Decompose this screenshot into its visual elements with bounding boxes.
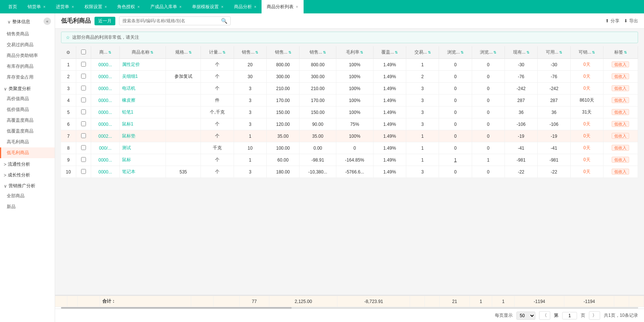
sidebar-section-liquidity[interactable]: > 流通性分析 [0,158,55,169]
sidebar-item-capital-occupation[interactable]: 库存资金占用 [0,72,55,83]
close-icon[interactable]: × [221,4,223,9]
page-size-select[interactable]: 50 100 200 [516,312,535,320]
sidebar-item-new-goods[interactable]: 新品 [0,201,55,212]
col-code[interactable]: 商...⇅ [91,46,119,59]
sidebar-item-high-margin[interactable]: 高毛利商品 [0,137,55,147]
row-checkbox[interactable] [76,166,91,178]
close-icon[interactable]: × [71,4,74,9]
row-code[interactable]: 0002... [91,130,119,142]
row-code[interactable]: 0000... [91,59,119,71]
close-icon[interactable]: × [105,4,107,9]
search-icon[interactable]: 🔍 [221,18,227,24]
close-icon[interactable]: × [296,4,298,9]
col-available[interactable]: 可用...⇅ [538,46,570,59]
row-select-checkbox[interactable] [81,74,86,79]
row-code[interactable]: 0000... [91,71,119,83]
close-icon[interactable]: × [137,4,140,9]
sidebar-item-traded-goods[interactable]: 交易过的商品 [0,39,55,50]
sidebar-section-overall[interactable]: ∨ 整体信息 [4,16,44,26]
col-trade-count[interactable]: 交易...⇅ [406,46,439,59]
col-tag[interactable]: 标签⇅ [603,46,638,59]
row-name[interactable]: 鼠标 [119,154,166,166]
close-icon[interactable]: × [254,4,256,9]
sidebar-item-high-coverage[interactable]: 高覆盖度商品 [0,115,55,126]
col-coverage[interactable]: 覆盖...⇅ [373,46,406,59]
col-sales-qty[interactable]: 销售...⇅ [234,46,266,59]
col-sellable-days[interactable]: 可销...⇅ [570,46,603,59]
share-button[interactable]: ⬆ 分享 [605,18,619,24]
sidebar-collapse-button[interactable]: « [44,17,51,25]
row-name[interactable]: 测试 [119,142,166,154]
nav-sales-order[interactable]: 销货单 × [22,0,51,13]
sidebar-section-marketing[interactable]: ∨ 营销推广分析 [0,180,55,191]
row-name[interactable]: 鼠标1 [119,118,166,130]
row-select-checkbox[interactable] [81,145,86,150]
period-button[interactable]: 近一月 [94,17,115,25]
row-name[interactable]: 吴细细1 [119,71,166,83]
row-checkbox[interactable] [76,130,91,142]
row-checkbox[interactable] [76,59,91,71]
sidebar-section-growth[interactable]: > 成长性分析 [0,169,55,180]
row-name[interactable]: 铅笔1 [119,106,166,118]
row-name[interactable]: 电话机 [119,83,166,95]
row-select-checkbox[interactable] [81,98,86,102]
row-select-checkbox[interactable] [81,133,86,138]
sidebar-section-cluster[interactable]: ∨ 类聚度分析 [0,83,55,93]
search-input[interactable] [122,18,221,23]
settings-header[interactable]: ⚙ [61,46,76,59]
sidebar-item-low-value[interactable]: 低价值商品 [0,104,55,115]
col-unit[interactable]: 计量...⇅ [201,46,234,59]
nav-role-auth[interactable]: 角色授权 × [112,0,145,13]
sidebar-item-all-goods[interactable]: 全部商品 [0,191,55,201]
close-icon[interactable]: × [179,4,182,9]
col-name[interactable]: 商品名称⇅ [119,46,166,59]
next-page-button[interactable]: 〉 [589,311,600,320]
row-name[interactable]: 笔记本 [119,166,166,178]
row-checkbox[interactable] [76,118,91,130]
page-number-input[interactable] [562,312,577,319]
close-icon[interactable]: × [43,4,45,9]
col-sales-profit[interactable]: 销售...⇅ [299,46,336,59]
nav-product-instock[interactable]: 产成品入库单 × [145,0,187,13]
row-checkbox[interactable] [76,71,91,83]
row-code[interactable]: 0000... [91,118,119,130]
nav-template-settings[interactable]: 单据模板设置 × [187,0,228,13]
nav-product-analysis[interactable]: 商品分析 × [229,0,262,13]
row-checkbox[interactable] [76,83,91,95]
row-name[interactable]: 属性定价 [119,59,166,71]
row-select-checkbox[interactable] [81,86,86,90]
row-checkbox[interactable] [76,95,91,106]
nav-product-analysis-list[interactable]: 商品分析列表 × [262,0,303,13]
row-code[interactable]: 0000... [91,166,119,178]
row-code[interactable]: 0000... [91,154,119,166]
row-select-checkbox[interactable] [81,62,86,67]
row-code[interactable]: 0000... [91,95,119,106]
col-gross-margin[interactable]: 毛利率⇅ [336,46,373,59]
row-checkbox[interactable] [76,142,91,154]
row-checkbox[interactable] [76,106,91,118]
prev-page-button[interactable]: 〈 [539,311,550,320]
sidebar-item-low-margin[interactable]: 低毛利商品 [0,147,55,158]
col-spec[interactable]: 规格...⇅ [166,46,201,59]
row-name[interactable]: 鼠标垫 [119,130,166,142]
col-current-stock[interactable]: 现有...⇅ [504,46,537,59]
row-select-checkbox[interactable] [81,109,86,114]
sidebar-item-low-coverage[interactable]: 低覆盖度商品 [0,126,55,137]
row-select-checkbox[interactable] [81,169,86,174]
row-name[interactable]: 橡皮擦 [119,95,166,106]
row-checkbox[interactable] [76,154,91,166]
nav-home[interactable]: 首页 [3,0,22,13]
sidebar-item-high-value[interactable]: 高价值商品 [0,93,55,104]
sidebar-item-stocked-goods[interactable]: 有库存的商品 [0,61,55,72]
nav-purchase-order[interactable]: 进货单 × [51,0,79,13]
row-code[interactable]: 0000... [91,83,119,95]
select-all-checkbox[interactable] [81,50,86,54]
sidebar-item-sales-goods[interactable]: 销售类商品 [0,29,55,39]
row-view1[interactable]: 1 [439,154,472,166]
col-view2[interactable]: 浏览...⇅ [472,46,504,59]
row-select-checkbox[interactable] [81,121,86,126]
row-code[interactable]: 000/... [91,142,119,154]
sidebar-item-category-assist-rate[interactable]: 商品分类助销率 [0,50,55,61]
checkbox-header[interactable] [76,46,91,59]
row-select-checkbox[interactable] [81,157,86,162]
